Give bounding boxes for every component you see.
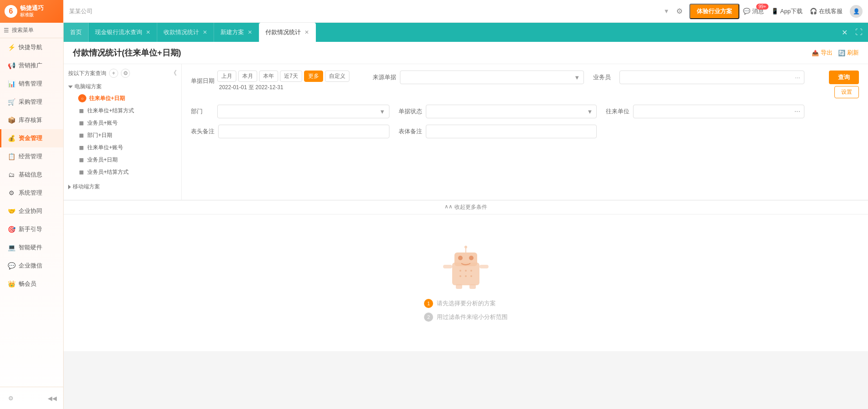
header-note-input[interactable] (218, 125, 389, 138)
date-this-month-btn[interactable]: 本月 (238, 71, 257, 82)
header-note-label: 表头备注 (191, 127, 215, 136)
scheme-item-icon: ▦ (78, 108, 85, 114)
sidebar-item-inventory[interactable]: 📦 库存核算 (0, 111, 63, 129)
sidebar-item-quick-nav[interactable]: ⚡ 快捷导航 (0, 38, 63, 56)
main-area: 某某公司 ▼ ⚙ 体验行业方案 💬 消息 99+ 📱 App下载 🎧 在线客服 … (64, 0, 868, 409)
basic-info-icon: 🗂 (7, 170, 16, 179)
desktop-group-items: ○ 往来单位+日期 ▦ 往来单位+结算方式 ▦ 业务员+账号 ▦ (68, 92, 177, 178)
salesperson-select[interactable]: ··· (619, 71, 804, 84)
tab-expand-btn[interactable]: ⛶ (853, 27, 864, 38)
desktop-group-toggle-icon (68, 86, 73, 88)
marketing-icon: 📢 (7, 61, 16, 70)
sales-icon: 📊 (7, 79, 16, 88)
desktop-group-title[interactable]: 电脑端方案 (68, 81, 177, 92)
message-btn[interactable]: 💬 消息 99+ (743, 7, 764, 15)
tab-new-scheme-close[interactable]: ✕ (248, 29, 252, 35)
sidebar-item-capital[interactable]: 💰 资金管理 (0, 129, 63, 147)
empty-hint-2: 2 用过滤条件来缩小分析范围 (424, 313, 508, 322)
source-doc-select[interactable]: ▼ (400, 71, 584, 84)
mobile-group-title[interactable]: 移动端方案 (68, 181, 177, 192)
user-avatar[interactable]: 👤 (850, 5, 863, 18)
add-scheme-btn[interactable]: + (109, 69, 118, 78)
scheme-item-unit-settlement[interactable]: ▦ 往来单位+结算方式 (75, 105, 177, 117)
system-icon: ⚙ (7, 188, 16, 197)
sidebar-item-weixin[interactable]: 💬 企业微信 (0, 257, 63, 275)
tab-home[interactable]: 首页 (64, 23, 89, 42)
tab-payment-stat[interactable]: 付款情况统计 ✕ (259, 23, 316, 42)
collapse-sidebar-btn[interactable]: ◀◀ (46, 392, 59, 404)
sidebar-item-purchase[interactable]: 🛒 采购管理 (0, 93, 63, 111)
scheme-item-staff-date[interactable]: ▦ 业务员+日期 (75, 154, 177, 166)
dept-field: 部门 ▼ (191, 105, 389, 118)
mobile-scheme-group: 移动端方案 (68, 181, 177, 192)
sidebar-nav: ⚡ 快捷导航 📢 营销推广 📊 销售管理 🛒 采购管理 📦 库存核算 💰 资金管… (0, 38, 63, 387)
gear-icon[interactable]: ⚙ (673, 5, 686, 18)
body-note-input[interactable] (426, 125, 597, 138)
message-icon: 💬 (743, 8, 750, 15)
logo-text: 畅捷通巧 标准版 (20, 5, 44, 19)
refresh-btn[interactable]: 🔄 刷新 (838, 49, 859, 57)
dept-chevron: ▼ (379, 108, 385, 115)
guide-icon: 🎯 (7, 225, 16, 234)
tab-bank-flow-close[interactable]: ✕ (146, 29, 150, 35)
date-custom-btn[interactable]: 自定义 (325, 71, 349, 82)
settings-footer-btn[interactable]: ⚙ (5, 392, 17, 404)
scheme-panel: 按以下方案查询 + ⚙ 《 电脑端方案 ○ 往来单位+日期 (64, 64, 182, 200)
sidebar-item-enterprise[interactable]: 🤝 企业协同 (0, 202, 63, 220)
sidebar-item-system[interactable]: ⚙ 系统管理 (0, 184, 63, 202)
search-menu[interactable]: ☰ 搜索菜单 (0, 23, 63, 38)
query-button[interactable]: 查询 (829, 71, 859, 84)
active-scheme-dot: ○ (78, 94, 86, 102)
salesperson-field: 业务员 ··· (593, 71, 804, 84)
svg-point-3 (469, 256, 474, 260)
svg-point-11 (465, 270, 467, 272)
hint-number-2: 2 (424, 313, 433, 322)
quick-nav-icon: ⚡ (7, 43, 16, 52)
capital-icon: 💰 (7, 134, 16, 143)
vip-icon: 👑 (7, 279, 16, 288)
sidebar-item-guide[interactable]: 🎯 新手引导 (0, 220, 63, 238)
tab-receivable-close[interactable]: ✕ (203, 29, 207, 35)
tab-bank-flow[interactable]: 现金银行流水查询 ✕ (89, 23, 157, 42)
date-this-year-btn[interactable]: 本年 (259, 71, 278, 82)
sidebar-item-basic-info[interactable]: 🗂 基础信息 (0, 166, 63, 184)
related-unit-label: 往来单位 (606, 107, 629, 116)
sidebar-item-sales[interactable]: 📊 销售管理 (0, 75, 63, 93)
date-7days-btn[interactable]: 近7天 (280, 71, 302, 82)
export-btn[interactable]: 📤 导出 (812, 49, 833, 57)
hint-number-1: 1 (424, 299, 433, 308)
source-doc-label: 来源单据 (373, 73, 396, 81)
scheme-item-staff-settlement[interactable]: ▦ 业务员+结算方式 (75, 166, 177, 178)
sidebar-item-smart-hw[interactable]: 💻 智能硬件 (0, 238, 63, 257)
tab-payment-stat-close[interactable]: ✕ (304, 29, 309, 35)
top-header: 某某公司 ▼ ⚙ 体验行业方案 💬 消息 99+ 📱 App下载 🎧 在线客服 … (64, 0, 868, 23)
scheme-item-staff-account[interactable]: ▦ 业务员+账号 (75, 117, 177, 129)
scheme-header: 按以下方案查询 + ⚙ 《 (68, 69, 177, 78)
doc-status-chevron: ▼ (587, 108, 593, 115)
sidebar-item-marketing[interactable]: 📢 营销推广 (0, 56, 63, 75)
date-last-month-btn[interactable]: 上月 (217, 71, 236, 82)
dept-select[interactable]: ▼ (217, 105, 389, 118)
sidebar-item-vip[interactable]: 👑 畅会员 (0, 275, 63, 293)
scheme-settings-btn[interactable]: ⚙ (121, 69, 130, 78)
scheme-item-dept-date[interactable]: ▦ 部门+日期 (75, 129, 177, 141)
scheme-item-unit-date[interactable]: ○ 往来单位+日期 (75, 92, 177, 105)
tab-receivable[interactable]: 收款情况统计 ✕ (157, 23, 214, 42)
sidebar-item-operations[interactable]: 📋 经营管理 (0, 147, 63, 166)
settings-button[interactable]: 设置 (834, 86, 859, 98)
scheme-collapse-btn[interactable]: 《 (170, 69, 177, 77)
dropdown-icon[interactable]: ▼ (663, 8, 669, 15)
sidebar-footer: ⚙ ◀◀ (0, 387, 63, 409)
trial-btn[interactable]: 体验行业方案 (689, 4, 739, 19)
collapse-more-conditions-btn[interactable]: ∧∧ 收起更多条件 (64, 200, 868, 214)
app-download-btn[interactable]: 📱 App下载 (771, 7, 803, 15)
date-range-display: 2022-01-01 至 2022-12-31 (219, 84, 283, 91)
related-unit-select[interactable]: ··· (633, 105, 804, 118)
tab-close-all-btn[interactable]: ✕ (839, 27, 850, 38)
online-service-btn[interactable]: 🎧 在线客服 (810, 7, 843, 15)
doc-status-select[interactable]: ▼ (426, 105, 597, 118)
scheme-item-unit-account[interactable]: ▦ 往来单位+账号 (75, 141, 177, 154)
date-more-btn[interactable]: 更多 (304, 71, 323, 82)
svg-point-2 (458, 256, 463, 260)
tab-new-scheme[interactable]: 新建方案 ✕ (214, 23, 259, 42)
